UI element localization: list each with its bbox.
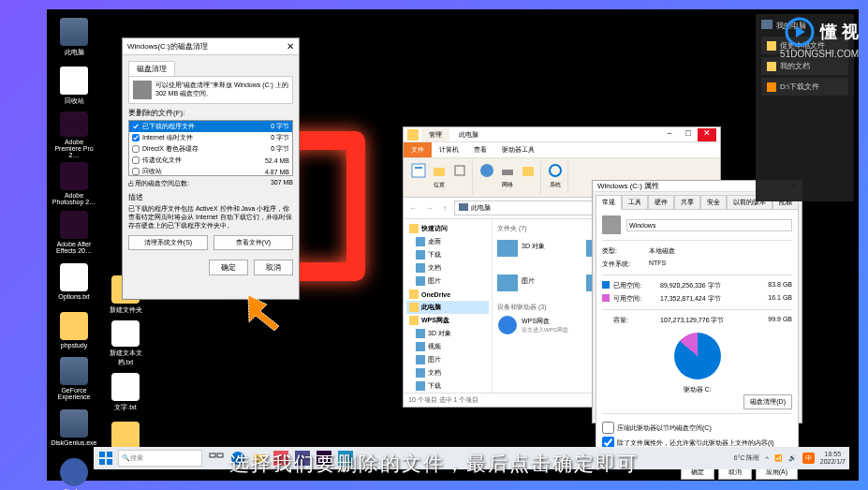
nav-item[interactable]: OneDrive bbox=[406, 288, 489, 301]
desktop-icons-col1: 此电脑回收站Adobe Premiere Pro 2…Adobe Photosh… bbox=[51, 14, 96, 490]
nav-item[interactable]: 下载 bbox=[406, 379, 489, 393]
cancel-button[interactable]: 取消 bbox=[254, 260, 293, 275]
item-checkbox[interactable] bbox=[132, 168, 140, 175]
ribbon-tab[interactable]: 驱动器工具 bbox=[494, 142, 542, 157]
svg-rect-26 bbox=[497, 240, 518, 257]
folder-item[interactable]: 3D 对象 bbox=[497, 236, 572, 257]
title-tab-manage[interactable]: 管理 bbox=[421, 128, 449, 141]
description-label: 描述 bbox=[128, 192, 293, 202]
cleanup-item[interactable]: DirectX 着色器缓存0 字节 bbox=[129, 143, 292, 155]
settings-icon[interactable] bbox=[546, 161, 565, 180]
ribbon-tab[interactable]: 查看 bbox=[466, 142, 494, 157]
desktop-icon[interactable]: phpstudy bbox=[51, 306, 96, 353]
desktop-icon[interactable]: GeForce Experience bbox=[51, 355, 96, 402]
nav-item[interactable]: 下载 bbox=[406, 248, 489, 261]
close-button[interactable]: ✕ bbox=[698, 128, 716, 141]
explorer-titlebar[interactable]: 管理 此电脑 − □ ✕ bbox=[404, 127, 720, 142]
view-files-button[interactable]: 查看文件(V) bbox=[213, 235, 293, 250]
properties-tab[interactable]: 硬件 bbox=[648, 195, 674, 210]
add-location-icon[interactable] bbox=[519, 161, 537, 180]
cleanup-item[interactable]: 传递优化文件52.4 MB bbox=[129, 155, 292, 166]
ribbon-group-network: 网络 bbox=[502, 181, 513, 189]
desktop-icon[interactable]: DiskGenius.exe bbox=[51, 404, 96, 451]
svg-rect-0 bbox=[412, 164, 425, 177]
item-checkbox[interactable] bbox=[132, 156, 140, 164]
svg-rect-18 bbox=[416, 342, 425, 351]
map-drive-icon[interactable] bbox=[498, 161, 517, 180]
right-panel-item[interactable]: D:\下载文件 bbox=[761, 78, 848, 96]
disk-cleanup-button[interactable]: 磁盘清理(D) bbox=[743, 394, 792, 409]
up-button[interactable]: ↑ bbox=[438, 201, 451, 215]
ok-button[interactable]: 确定 bbox=[209, 260, 248, 275]
dialog-titlebar[interactable]: Windows(C:)的磁盘清理 ✕ bbox=[123, 38, 299, 55]
compress-checkbox[interactable]: 压缩此驱动器以节约磁盘空间(C) bbox=[602, 422, 792, 434]
cleanup-item[interactable]: Internet 临时文件0 字节 bbox=[129, 132, 292, 143]
properties-tab[interactable]: 共享 bbox=[674, 195, 700, 210]
svg-rect-14 bbox=[409, 290, 419, 299]
ribbon-tabs: 文件计算机查看驱动器工具 bbox=[404, 142, 720, 158]
properties-icon[interactable] bbox=[409, 161, 428, 180]
properties-tab[interactable]: 工具 bbox=[622, 195, 648, 210]
nav-item[interactable]: 此电脑 bbox=[406, 301, 489, 314]
ribbon-tab[interactable]: 文件 bbox=[404, 142, 432, 157]
tab-disk-cleanup[interactable]: 磁盘清理 bbox=[128, 61, 175, 76]
svg-rect-3 bbox=[455, 166, 464, 175]
svg-rect-31 bbox=[761, 20, 772, 29]
clean-system-files-button[interactable]: 清理系统文件(S) bbox=[128, 235, 208, 250]
nav-item[interactable]: 图片 bbox=[406, 275, 489, 288]
open-icon[interactable] bbox=[430, 161, 449, 180]
item-checkbox[interactable] bbox=[132, 145, 140, 153]
back-button[interactable]: ← bbox=[406, 201, 419, 215]
nav-item[interactable]: 3D 对象 bbox=[406, 327, 489, 340]
desktop-icon[interactable]: Adobe Photoshop 2… bbox=[51, 160, 96, 207]
item-checkbox[interactable] bbox=[132, 123, 140, 130]
cleanup-description: 可以使用"磁盘清理"来释放 Windows (C:) 上的 302 MB 磁盘空… bbox=[155, 81, 288, 99]
right-panel-item[interactable]: 我的文档 bbox=[761, 57, 848, 75]
properties-tab[interactable]: 常规 bbox=[596, 195, 622, 210]
nav-item[interactable]: WPS网盘 bbox=[406, 314, 489, 327]
disk-cleanup-dialog: Windows(C:)的磁盘清理 ✕ 磁盘清理 可以使用"磁盘清理"来释放 Wi… bbox=[122, 37, 300, 300]
disk-usage-pie-chart bbox=[674, 333, 721, 379]
media-icon[interactable] bbox=[478, 161, 496, 180]
desktop: 此电脑回收站Adobe Premiere Pro 2…Adobe Photosh… bbox=[47, 9, 859, 481]
drive-icon bbox=[602, 215, 621, 234]
desktop-icon[interactable]: Adobe After Effects 20… bbox=[51, 209, 96, 256]
close-icon[interactable]: ✕ bbox=[287, 41, 294, 52]
desktop-icon[interactable]: 回收站 bbox=[51, 63, 96, 110]
svg-rect-16 bbox=[409, 316, 419, 325]
drive-item[interactable]: WPS网盘双击进入WPS网盘 bbox=[497, 315, 572, 335]
nav-item[interactable]: 桌面 bbox=[406, 235, 489, 248]
drive-name-input[interactable] bbox=[626, 219, 792, 231]
minimize-button[interactable]: − bbox=[660, 128, 679, 141]
item-checkbox[interactable] bbox=[132, 134, 140, 141]
properties-tab[interactable]: 安全 bbox=[700, 195, 727, 210]
folder-item[interactable]: 图片 bbox=[497, 271, 572, 291]
nav-item[interactable]: 图片 bbox=[406, 353, 489, 366]
files-to-delete-label: 要删除的文件(F): bbox=[128, 108, 293, 118]
svg-rect-21 bbox=[416, 381, 425, 391]
forward-button[interactable]: → bbox=[422, 201, 435, 215]
nav-item[interactable]: 文档 bbox=[406, 366, 489, 379]
rename-icon[interactable] bbox=[450, 161, 469, 180]
desktop-icon[interactable]: 此电脑 bbox=[51, 14, 96, 61]
svg-rect-32 bbox=[767, 41, 776, 51]
nav-item[interactable]: 快速访问 bbox=[406, 222, 489, 235]
svg-rect-8 bbox=[459, 203, 468, 211]
properties-title: Windows (C:) 属性 bbox=[597, 181, 659, 191]
svg-rect-6 bbox=[522, 167, 534, 176]
svg-rect-5 bbox=[502, 170, 513, 175]
disk-icon bbox=[133, 81, 152, 99]
ribbon-tab[interactable]: 计算机 bbox=[432, 142, 466, 157]
cleanup-item[interactable]: 已下载的程序文件0 字节 bbox=[129, 121, 292, 132]
desktop-icon[interactable]: Adobe Premiere Pro 2… bbox=[51, 111, 96, 158]
nav-item[interactable]: 文档 bbox=[406, 261, 489, 275]
nav-item[interactable]: 视频 bbox=[406, 340, 489, 353]
ribbon-group-system: 系统 bbox=[550, 181, 561, 189]
maximize-button[interactable]: □ bbox=[679, 128, 698, 141]
desktop-icon[interactable]: Options.txt bbox=[51, 258, 96, 304]
desktop-icon[interactable]: 新建文本文档.txt bbox=[103, 320, 148, 367]
tutorial-arrow-cursor bbox=[243, 290, 290, 333]
desktop-icon[interactable]: 文字.txt bbox=[103, 369, 148, 416]
cleanup-item[interactable]: 回收站4.87 MB bbox=[129, 166, 292, 176]
properties-dialog: Windows (C:) 属性 ✕ 常规工具硬件共享安全以前的版本配额 类型:本… bbox=[592, 180, 802, 423]
